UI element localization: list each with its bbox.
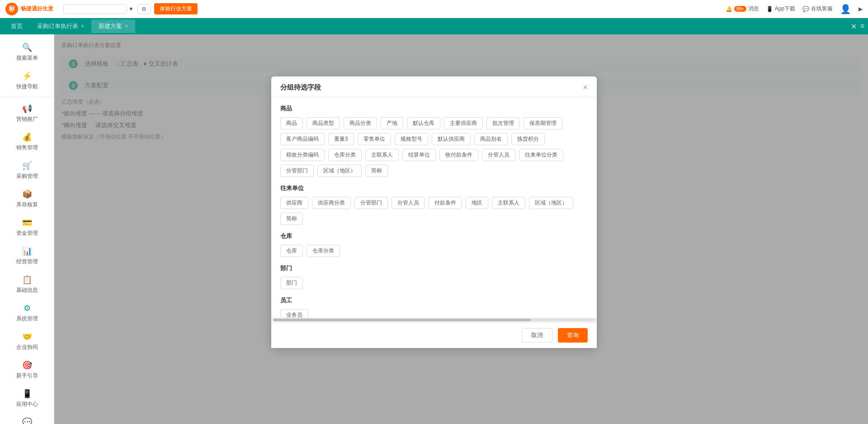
sidebar-item-appstore[interactable]: 📱 应用中心 — [0, 384, 54, 413]
field-tag-商品-22[interactable]: 分管部门 — [280, 165, 314, 177]
field-tag-部门-0[interactable]: 部门 — [280, 277, 303, 289]
field-select-modal: 分组待选字段 × 商品商品商品类型商品分类产地默认仓库主要供应商批次管理保质期管… — [271, 76, 597, 348]
field-tag-商品-16[interactable]: 仓库分类 — [328, 149, 362, 161]
field-tag-商品-13[interactable]: 商品别名 — [474, 133, 508, 145]
tab-purchase-exec-label: 采购订单执行表 — [37, 22, 78, 30]
field-tag-商品-10[interactable]: 零售单位 — [358, 133, 391, 145]
sidebar-basic-label: 基础信息 — [16, 286, 38, 294]
field-tag-往来单位-2[interactable]: 分管部门 — [354, 197, 388, 209]
field-tag-商品-0[interactable]: 商品 — [280, 117, 303, 129]
header-settings-btn[interactable]: ⚙ — [137, 4, 151, 14]
sidebar-item-system[interactable]: ⚙ 系统管理 — [0, 299, 54, 327]
tab-bar-controls: ✕ ≡ — [851, 22, 864, 31]
sidebar-item-finance[interactable]: 💳 资金管理 — [0, 213, 54, 242]
field-tag-商品-9[interactable]: 重量3 — [328, 133, 354, 145]
field-tag-商品-4[interactable]: 默认仓库 — [407, 117, 440, 129]
field-tag-商品-5[interactable]: 主要供应商 — [444, 117, 483, 129]
sidebar-item-purchase[interactable]: 🛒 采购管理 — [0, 156, 54, 185]
field-tag-商品-19[interactable]: 收付款条件 — [439, 149, 478, 161]
section-title-仓库: 仓库 — [280, 232, 588, 240]
header-right: 🔔 99+ 消息 📱 App下载 💬 在线客服 👤 ▶ — [726, 4, 863, 14]
confirm-button[interactable]: 查询 — [558, 328, 588, 343]
modal-hscroll[interactable] — [271, 318, 597, 322]
field-tag-往来单位-4[interactable]: 付款条件 — [429, 197, 462, 209]
sidebar-item-guide[interactable]: 🎯 新手引导 — [0, 356, 54, 384]
field-tag-商品-18[interactable]: 结算单位 — [402, 149, 436, 161]
user-avatar[interactable]: 👤 — [840, 4, 851, 14]
online-service-item[interactable]: 💬 在线客服 — [802, 5, 833, 13]
header-search-dropdown[interactable]: ▼ — [128, 6, 134, 12]
field-tag-往来单位-6[interactable]: 主联系人 — [492, 197, 525, 209]
sidebar-item-collab[interactable]: 🤝 企业协同 — [0, 327, 54, 356]
modal-title: 分组待选字段 — [280, 83, 321, 92]
sidebar-sales-label: 销售管理 — [16, 144, 38, 152]
field-tag-商品-11[interactable]: 规格型号 — [395, 133, 428, 145]
modal-footer: 取消 查询 — [271, 322, 597, 348]
sidebar-item-marketing[interactable]: 📢 营销推广 — [0, 99, 54, 128]
notification-item[interactable]: 🔔 99+ 消息 — [726, 5, 759, 13]
field-tag-商品-6[interactable]: 批次管理 — [486, 117, 520, 129]
field-tag-往来单位-5[interactable]: 地区 — [466, 197, 488, 209]
tab-purchase-exec[interactable]: 采购订单执行表 × — [30, 19, 91, 33]
tab-close-all[interactable]: ✕ — [851, 22, 857, 31]
modal-header: 分组待选字段 × — [271, 76, 597, 97]
section-fields-仓库: 仓库仓库分类 — [280, 245, 588, 257]
sidebar-collab-label: 企业协同 — [16, 343, 38, 351]
field-tag-商品-21[interactable]: 往来单位分类 — [519, 149, 563, 161]
field-tag-商品-15[interactable]: 税收分类编码 — [280, 149, 325, 161]
sidebar-shortcut-label: 快捷导航 — [16, 83, 38, 91]
trial-btn[interactable]: 体验行业方案 — [154, 3, 198, 14]
section-fields-部门: 部门 — [280, 277, 588, 289]
sidebar-item-operation[interactable]: 📊 经营管理 — [0, 242, 54, 270]
tab-home-label: 首页 — [11, 22, 23, 30]
section-title-部门: 部门 — [280, 264, 588, 272]
sidebar-marketing-label: 营销推广 — [16, 115, 38, 123]
modal-close-btn[interactable]: × — [583, 83, 588, 92]
app-download-item[interactable]: 📱 App下载 — [766, 5, 795, 13]
field-tag-商品-17[interactable]: 主联系人 — [365, 149, 399, 161]
field-tag-员工-0[interactable]: 业务员 — [280, 309, 308, 318]
sidebar-item-sales[interactable]: 💰 销售管理 — [0, 128, 54, 156]
sidebar-system-label: 系统管理 — [16, 315, 38, 323]
field-tag-往来单位-7[interactable]: 区域（地区） — [529, 197, 573, 209]
sidebar-item-basic[interactable]: 📋 基础信息 — [0, 270, 54, 299]
shortcut-icon: ⚡ — [22, 71, 32, 81]
sidebar-item-inventory[interactable]: 📦 库存核算 — [0, 185, 54, 213]
tab-home[interactable]: 首页 — [4, 19, 30, 33]
field-tag-商品-23[interactable]: 区域（地区） — [317, 165, 362, 177]
field-tag-商品-2[interactable]: 商品分类 — [344, 117, 377, 129]
field-tag-往来单位-1[interactable]: 供应商分类 — [312, 197, 351, 209]
field-tag-商品-12[interactable]: 默认供应商 — [432, 133, 471, 145]
user-expand[interactable]: ▶ — [859, 6, 863, 12]
header-search-input[interactable] — [63, 4, 127, 14]
sidebar-purchase-label: 采购管理 — [16, 172, 38, 180]
sidebar-item-search[interactable]: 🔍 搜索菜单 — [0, 38, 54, 67]
field-tag-往来单位-0[interactable]: 供应商 — [280, 197, 308, 209]
field-tag-商品-7[interactable]: 保质期管理 — [524, 117, 562, 129]
section-往来单位: 往来单位供应商供应商分类分管部门分管人员付款条件地区主联系人区域（地区）简称 — [280, 184, 588, 225]
sidebar-item-wechat[interactable]: 💬 企业微信 — [0, 413, 54, 424]
cancel-button[interactable]: 取消 — [522, 328, 552, 343]
field-tag-商品-3[interactable]: 产地 — [381, 117, 403, 129]
field-tag-商品-1[interactable]: 商品类型 — [307, 117, 340, 129]
field-tag-往来单位-8[interactable]: 简称 — [280, 213, 303, 225]
field-tag-仓库-1[interactable]: 仓库分类 — [307, 245, 340, 257]
sidebar-item-shortcut[interactable]: ⚡ 快捷导航 — [0, 67, 54, 95]
purchase-icon: 🛒 — [22, 161, 32, 171]
tab-new-plan[interactable]: 新建方案 × — [91, 19, 135, 33]
tab-new-plan-close[interactable]: × — [125, 23, 128, 29]
field-tag-商品-20[interactable]: 分管人员 — [482, 149, 515, 161]
app-label: App下载 — [775, 5, 795, 13]
service-label: 在线客服 — [811, 5, 833, 13]
section-title-商品: 商品 — [280, 105, 588, 113]
field-tag-商品-24[interactable]: 简称 — [365, 165, 388, 177]
logo-area: 标 畅捷通好生意 — [5, 3, 60, 15]
field-tag-仓库-0[interactable]: 仓库 — [280, 245, 303, 257]
tab-menu[interactable]: ≡ — [860, 22, 864, 31]
field-tag-往来单位-3[interactable]: 分管人员 — [392, 197, 425, 209]
field-tag-商品-8[interactable]: 客户商品编码 — [280, 133, 325, 145]
field-tag-商品-14[interactable]: 拣货积分 — [511, 133, 545, 145]
section-部门: 部门部门 — [280, 264, 588, 289]
search-icon: 🔍 — [22, 43, 32, 52]
tab-purchase-exec-close[interactable]: × — [81, 23, 84, 29]
